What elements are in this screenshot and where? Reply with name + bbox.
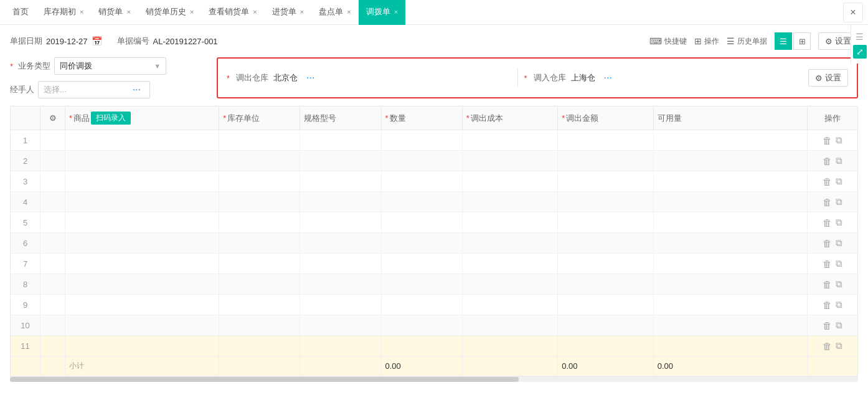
tab-purchase-order-close[interactable]: ×: [300, 8, 304, 16]
transfer-out-value: 北京仓: [273, 72, 298, 83]
horizontal-scrollbar[interactable]: [10, 377, 858, 382]
row-product[interactable]: [65, 315, 219, 335]
copy-icon[interactable]: ⧉: [836, 320, 842, 331]
th-product: * 商品 扫码录入: [65, 107, 219, 130]
row-amount: [558, 274, 654, 294]
tab-sales-order-close[interactable]: ×: [126, 8, 130, 16]
row-product[interactable]: [65, 151, 219, 171]
row-ops: 🗑 ⧉: [808, 130, 857, 150]
delete-icon[interactable]: 🗑: [823, 135, 832, 146]
row-amount: [558, 171, 654, 191]
copy-icon[interactable]: ⧉: [836, 176, 842, 187]
panel-expand-icon[interactable]: ⤢: [853, 45, 867, 59]
row-product[interactable]: [65, 254, 219, 274]
delete-icon[interactable]: 🗑: [823, 217, 832, 228]
copy-icon[interactable]: ⧉: [836, 155, 842, 166]
delete-icon[interactable]: 🗑: [823, 259, 832, 269]
grid-view-button[interactable]: ⊞: [793, 32, 811, 50]
row-product[interactable]: [65, 233, 219, 253]
tab-inventory-init-close[interactable]: ×: [80, 8, 83, 16]
scan-button[interactable]: 扫码录入: [91, 112, 131, 125]
delete-icon[interactable]: 🗑: [823, 176, 832, 187]
th-unit: * 库存单位: [219, 107, 300, 130]
delete-icon[interactable]: 🗑: [823, 197, 832, 207]
header-actions: ⌨ 快捷键 ⊞ 操作 ☰ 历史单据 ☰ ⊞ ⚙ 设置: [649, 32, 858, 50]
row-product[interactable]: [65, 171, 219, 191]
tab-view-sales[interactable]: 查看销货单 ×: [201, 0, 264, 25]
row-product[interactable]: [65, 274, 219, 294]
panel-list-icon[interactable]: ☰: [853, 30, 867, 44]
data-table: ⚙ * 商品 扫码录入 * 库存单位 规格型号 * 数量 * 调出成本: [10, 106, 858, 377]
shortcut-button[interactable]: ⌨ 快捷键: [649, 36, 687, 47]
copy-icon[interactable]: ⧉: [836, 340, 842, 351]
tab-home[interactable]: 首页: [5, 0, 36, 25]
tab-purchase-order[interactable]: 进货单 ×: [265, 0, 311, 25]
copy-icon[interactable]: ⧉: [836, 258, 842, 269]
handler-more-icon[interactable]: ···: [129, 84, 144, 95]
handler-select[interactable]: 选择... ···: [38, 81, 150, 98]
delete-icon[interactable]: 🗑: [823, 341, 832, 351]
table-row: 9 🗑 ⧉: [11, 295, 857, 315]
row-cost: [463, 254, 559, 274]
transfer-out-more-button[interactable]: ···: [303, 72, 318, 83]
tab-inventory-init[interactable]: 库存期初 ×: [36, 0, 91, 25]
delete-icon[interactable]: 🗑: [823, 238, 832, 249]
scrollbar-thumb[interactable]: [10, 377, 519, 382]
warehouse-divider: [517, 69, 518, 87]
copy-icon[interactable]: ⧉: [836, 196, 842, 207]
tab-transfer-order-close[interactable]: ×: [394, 8, 398, 16]
row-no: 10: [11, 315, 40, 335]
th-gear[interactable]: ⚙: [40, 107, 65, 130]
tab-sales-history-close[interactable]: ×: [190, 8, 194, 16]
window-close-button[interactable]: ×: [843, 2, 863, 22]
tab-sales-history-label: 销货单历史: [146, 6, 186, 17]
copy-icon[interactable]: ⧉: [836, 135, 842, 146]
row-product[interactable]: [65, 295, 219, 315]
copy-icon[interactable]: ⧉: [836, 237, 842, 249]
history-button[interactable]: ☰ 历史单据: [727, 36, 767, 47]
subtotal-cost: [463, 356, 559, 376]
tab-inventory-check-close[interactable]: ×: [347, 8, 351, 16]
delete-icon[interactable]: 🗑: [823, 279, 832, 290]
subtotal-row: 小计 0.00 0.00 0.00: [11, 356, 857, 376]
copy-icon[interactable]: ⧉: [836, 299, 842, 310]
table-row: 3 🗑 ⧉: [11, 171, 857, 192]
row-cost: [463, 171, 559, 191]
transfer-in-more-button[interactable]: ···: [600, 72, 616, 83]
delete-icon[interactable]: 🗑: [823, 156, 832, 166]
biz-type-select[interactable]: 同价调拨 ▼: [54, 57, 166, 75]
view-toggle-group: ☰ ⊞: [775, 32, 811, 50]
tab-view-sales-label: 查看销货单: [209, 6, 249, 17]
copy-icon[interactable]: ⧉: [836, 217, 842, 228]
copy-icon[interactable]: ⧉: [836, 278, 842, 290]
tab-purchase-order-label: 进货单: [272, 6, 296, 17]
calendar-icon[interactable]: 📅: [92, 36, 102, 46]
row-product[interactable]: [65, 212, 219, 232]
row-gear: [40, 254, 65, 274]
cost-required: *: [466, 113, 469, 123]
row-ops: 🗑 ⧉: [808, 151, 857, 171]
tab-sales-history[interactable]: 销货单历史 ×: [138, 0, 201, 25]
row-product[interactable]: [65, 130, 219, 150]
row-qty: [382, 151, 463, 171]
transfer-out-label: 调出仓库: [236, 72, 268, 83]
delete-icon[interactable]: 🗑: [823, 320, 832, 331]
panel-settings-label: 设置: [825, 72, 841, 83]
row-amount: [558, 130, 654, 150]
row-product[interactable]: [65, 192, 219, 212]
tab-inventory-check[interactable]: 盘点单 ×: [311, 0, 358, 25]
row-product[interactable]: [65, 336, 219, 356]
list-view-button[interactable]: ☰: [775, 32, 792, 50]
row-spec: [300, 151, 381, 171]
tab-transfer-order[interactable]: 调拨单 ×: [359, 0, 405, 25]
tab-view-sales-close[interactable]: ×: [253, 8, 257, 16]
row-unit: [219, 192, 300, 212]
th-cost: * 调出成本: [463, 107, 559, 130]
delete-icon[interactable]: 🗑: [823, 300, 832, 310]
ops-button[interactable]: ⊞ 操作: [694, 36, 719, 47]
th-product-label: 商品: [73, 113, 90, 124]
row-avail: [654, 192, 808, 212]
panel-settings-button[interactable]: ⚙ 设置: [808, 69, 848, 87]
tab-sales-order[interactable]: 销货单 ×: [91, 0, 138, 25]
subtotal-no: [11, 356, 40, 376]
